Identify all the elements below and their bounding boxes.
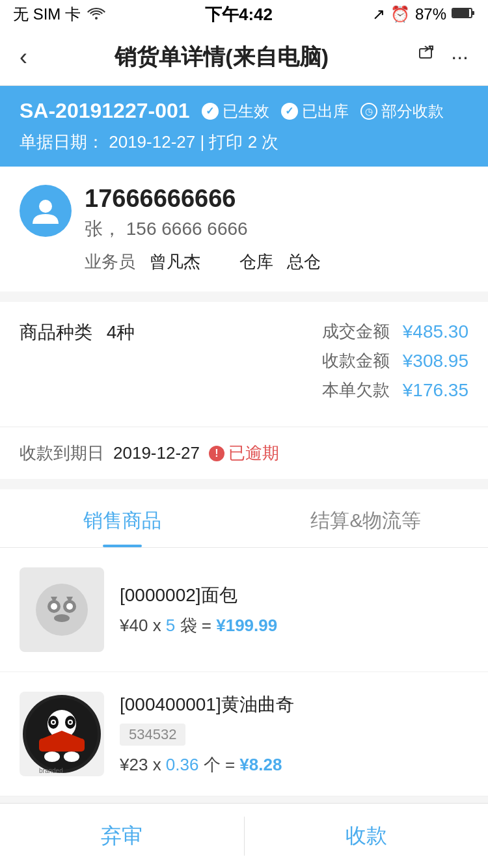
order-date: 单据日期： 2019-12-27 | 打印 2 次 [20,131,468,154]
alarm-icon: ⏰ [390,5,410,23]
svg-rect-2 [472,11,474,15]
check-icon-1: ✓ [202,103,219,120]
bottom-bar: 弃审 收款 [0,803,488,868]
product-sku-2: 534532 [120,724,185,746]
check-icon-2: ✓ [281,103,298,120]
wifi-icon [87,5,105,23]
tabs-row: 销售商品 结算&物流等 [0,489,488,547]
product-details-1: [0000002]面包 ¥40 x 5 袋 = ¥199.99 [120,583,468,637]
status-partial: ◷ 部分收款 [360,101,444,122]
product-thumb-2: branded [20,692,104,776]
confirm-button[interactable]: 收款 [245,804,489,868]
due-section: 收款到期日 2019-12-27 ! 已逾期 [0,427,488,479]
overdue-icon: ! [209,446,224,461]
battery-label: 87% [415,5,446,23]
product-item: [0000002]面包 ¥40 x 5 袋 = ¥199.99 [0,548,488,672]
svg-point-6 [39,200,52,213]
share-icon[interactable] [416,44,438,71]
svg-rect-3 [453,9,469,17]
svg-rect-4 [420,49,431,58]
tab-sales-products[interactable]: 销售商品 [0,489,244,547]
battery-icon [452,5,475,23]
product-list: [0000002]面包 ¥40 x 5 袋 = ¥199.99 [0,548,488,796]
customer-section: 17666666666 张， 156 6666 6666 业务员 曾凡杰 仓库 … [0,167,488,292]
back-button[interactable]: ‹ [20,44,27,71]
svg-point-10 [51,603,57,610]
receipt-row: 收款金额 ¥308.95 [322,349,468,372]
tabs-section: 销售商品 结算&物流等 [0,489,488,548]
order-header: SA-20191227-001 ✓ 已生效 ✓ 已出库 ◷ 部分收款 单据日期：… [0,86,488,167]
customer-avatar [20,185,72,237]
summary-section: 商品种类 4种 成交金额 ¥485.30 收款金额 ¥308.95 本单欠款 ¥… [0,302,488,426]
customer-info: 17666666666 张， 156 6666 6666 业务员 曾凡杰 仓库 … [85,185,468,273]
carrier-label: 无 SIM 卡 [13,4,81,25]
status-bar-left: 无 SIM 卡 [13,4,105,25]
nav-actions: ··· [416,44,468,71]
nav-bar: ‹ 销货单详情(来自电脑) ··· [0,29,488,86]
overdue-label: 已逾期 [228,442,279,465]
arrears-row: 本单欠款 ¥176.35 [322,379,468,401]
cancel-button[interactable]: 弃审 [0,804,244,868]
status-bar: 无 SIM 卡 下午4:42 ↗ ⏰ 87% [0,0,488,29]
summary-left: 商品种类 4种 [20,320,135,349]
status-shipped: ✓ 已出库 [281,101,349,122]
product-details-2: [000400001]黄油曲奇 534532 ¥23 x 0.36 个 = ¥8… [120,692,468,776]
due-label: 收款到期日 [20,442,104,465]
product-price-1: ¥40 x 5 袋 = ¥199.99 [120,614,468,637]
warehouse-label: 仓库 总仓 [239,251,321,273]
overdue-badge: ! 已逾期 [209,442,279,465]
summary-right: 成交金额 ¥485.30 收款金额 ¥308.95 本单欠款 ¥176.35 [322,320,468,408]
svg-rect-22 [39,739,85,752]
more-icon[interactable]: ··· [451,45,468,69]
svg-point-12 [54,614,70,622]
svg-point-11 [66,603,73,610]
sales-label: 业务员 曾凡杰 [85,251,200,273]
svg-point-0 [95,17,98,20]
product-name-2: [000400001]黄油曲奇 [120,692,468,717]
status-bar-time: 下午4:42 [205,3,273,26]
customer-id: 17666666666 [85,185,468,213]
svg-text:branded: branded [39,767,63,774]
category-item: 商品种类 4种 [20,320,135,345]
page-title: 销货单详情(来自电脑) [115,42,329,72]
tab-settlement[interactable]: 结算&物流等 [244,489,488,547]
status-bar-right: ↗ ⏰ 87% [372,5,475,23]
svg-point-7 [36,584,88,636]
location-icon: ↗ [372,5,385,23]
svg-point-23 [44,752,60,762]
customer-name-phone: 张， 156 6666 6666 [85,217,468,241]
order-id: SA-20191227-001 [20,99,190,123]
clock-icon: ◷ [360,103,377,120]
product-thumb-1 [20,567,104,652]
product-item: branded [000400001]黄油曲奇 534532 ¥23 x 0.3… [0,672,488,796]
status-effective: ✓ 已生效 [202,101,269,122]
transaction-row: 成交金额 ¥485.30 [322,320,468,343]
due-date-value: 2019-12-27 [113,443,200,463]
customer-meta: 业务员 曾凡杰 仓库 总仓 [85,251,468,273]
product-name-1: [0000002]面包 [120,583,468,608]
product-price-2: ¥23 x 0.36 个 = ¥8.28 [120,753,468,776]
svg-point-21 [69,721,72,724]
svg-point-24 [64,752,79,762]
svg-point-20 [52,721,55,724]
